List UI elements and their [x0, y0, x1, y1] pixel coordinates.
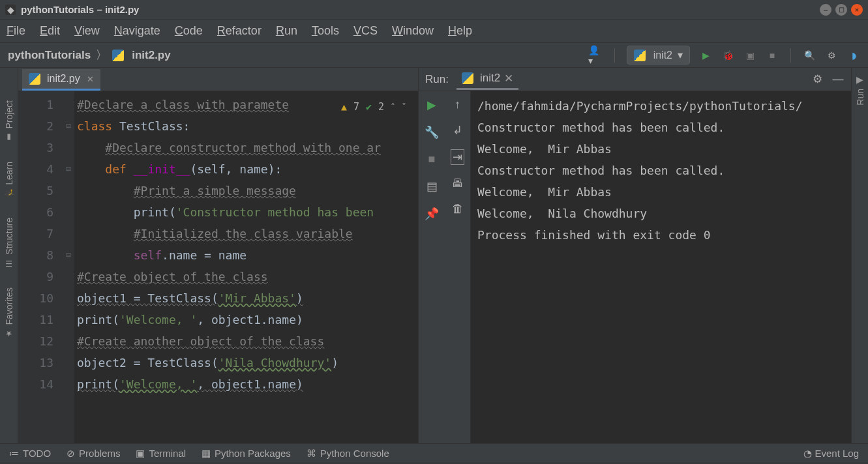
console-line: Constructor method has been called.	[477, 117, 845, 138]
fold-marker[interactable]	[63, 373, 74, 395]
fold-marker[interactable]	[63, 223, 74, 244]
code-line[interactable]: #Initialized the class variable	[77, 223, 418, 244]
bottom-tab-todo[interactable]: ≔TODO	[9, 448, 51, 459]
maximize-button[interactable]: ◻	[835, 4, 847, 16]
search-icon[interactable]: 🔍	[803, 49, 816, 62]
menu-help[interactable]: Help	[448, 24, 472, 38]
layout-icon[interactable]: ▤	[427, 179, 438, 194]
stop-button[interactable]: ■	[766, 49, 779, 62]
chevron-down-icon[interactable]: ˅	[402, 96, 406, 118]
code-line[interactable]: #Create another object of the class	[77, 330, 418, 352]
line-number: 3	[18, 137, 53, 158]
down-icon[interactable]: ↲	[453, 123, 462, 138]
event-log-button[interactable]: ◔ Event Log	[803, 448, 859, 459]
rerun-button[interactable]: ▶	[427, 98, 436, 112]
export-icon[interactable]: ⇥	[451, 149, 464, 165]
minimize-button[interactable]: –	[820, 4, 831, 16]
fold-marker[interactable]	[63, 94, 74, 115]
minimize-icon[interactable]: —	[831, 73, 845, 86]
bottom-tab-python-packages[interactable]: ▦Python Packages	[202, 448, 291, 459]
line-gutter: 1234567891011121314	[18, 91, 63, 443]
fold-marker[interactable]: ⊟	[63, 158, 74, 180]
stop-button[interactable]: ■	[428, 152, 436, 166]
code-line[interactable]: self.name = name	[77, 244, 418, 266]
side-tab-learn[interactable]: 🎓Learn	[4, 162, 14, 199]
code-line[interactable]: def __init__(self, name):	[77, 158, 418, 180]
debug-button[interactable]: 🐞	[721, 49, 734, 62]
bottom-tab-python-console[interactable]: ⌘Python Console	[307, 448, 389, 459]
menu-view[interactable]: View	[74, 24, 100, 38]
file-tab-init2[interactable]: init2.py ✕	[22, 69, 100, 91]
print-icon[interactable]: 🖶	[452, 177, 464, 190]
gear-icon[interactable]: ⚙	[811, 73, 824, 86]
code-line[interactable]: #Create object of the class	[77, 266, 418, 287]
menu-code[interactable]: Code	[175, 24, 203, 38]
fold-marker[interactable]: ⊟	[63, 115, 74, 137]
breadcrumb-project[interactable]: pythonTutorials	[8, 49, 91, 62]
fold-marker[interactable]	[63, 180, 74, 201]
fold-marker[interactable]	[63, 137, 74, 158]
user-icon[interactable]: 👤▾	[588, 48, 603, 63]
fold-marker[interactable]: ⊟	[63, 244, 74, 266]
code-line[interactable]: print('Welcome, ', object1.name)	[77, 373, 418, 395]
menu-refactor[interactable]: Refactor	[217, 24, 262, 38]
right-tool-tabs: ▶ Run	[851, 68, 868, 443]
code-line[interactable]: object1 = TestClass('Mir Abbas')	[77, 287, 418, 309]
line-number: 2	[18, 115, 53, 137]
code-editor[interactable]: 1234567891011121314 ⊟⊟⊟ #Declare a class…	[18, 91, 418, 443]
wrench-icon[interactable]: 🔧	[425, 125, 439, 139]
pin-icon[interactable]: 📌	[425, 207, 439, 221]
menu-run[interactable]: Run	[276, 24, 297, 38]
fold-marker[interactable]	[63, 266, 74, 287]
editor-inspection-widget[interactable]: ▲ 7 ✔ 2 ˄ ˅	[337, 95, 410, 119]
code-line[interactable]: print('Constructor method has been	[77, 201, 418, 223]
menu-window[interactable]: Window	[392, 24, 434, 38]
close-icon[interactable]: ✕	[87, 74, 94, 84]
menu-tools[interactable]: Tools	[312, 24, 339, 38]
code-line[interactable]: #Print a simple message	[77, 180, 418, 201]
line-number: 14	[18, 373, 53, 395]
expand-icon[interactable]: ▶	[856, 74, 863, 85]
console-output[interactable]: /home/fahmida/PycharmProjects/pythonTuto…	[471, 91, 851, 443]
code-line[interactable]: #Declare constructor method with one ar	[77, 137, 418, 158]
menu-edit[interactable]: Edit	[40, 24, 60, 38]
ide-features-icon[interactable]: ◗	[847, 49, 860, 62]
close-icon[interactable]: ✕	[504, 72, 513, 85]
menu-file[interactable]: File	[7, 24, 25, 38]
breadcrumb-file[interactable]: init2.py	[132, 49, 171, 62]
code-lines[interactable]: #Declare a class with parameteclass Test…	[74, 91, 418, 443]
fold-marker[interactable]	[63, 309, 74, 330]
run-tab-init2[interactable]: init2 ✕	[456, 69, 518, 90]
settings-icon[interactable]: ⚙	[825, 49, 838, 62]
run-config-selector[interactable]: init2 ▾	[627, 46, 690, 65]
breadcrumb-sep-icon: 〉	[96, 48, 107, 63]
editor-tabs: init2.py ✕	[18, 68, 418, 91]
side-tab-structure[interactable]: ☰Structure	[4, 218, 14, 268]
code-line[interactable]: object2 = TestClass('Nila Chowdhury')	[77, 352, 418, 373]
close-button[interactable]: ×	[851, 4, 863, 16]
side-tab-run[interactable]: Run	[855, 89, 865, 106]
menu-navigate[interactable]: Navigate	[114, 24, 160, 38]
breadcrumb[interactable]: pythonTutorials 〉 init2.py	[8, 48, 171, 63]
line-number: 8	[18, 244, 53, 266]
code-line[interactable]: print('Welcome, ', object1.name)	[77, 309, 418, 330]
up-icon[interactable]: ↑	[455, 98, 460, 111]
fold-marker[interactable]	[63, 352, 74, 373]
bottom-tab-problems[interactable]: ⊘Problems	[67, 448, 120, 459]
coverage-button[interactable]: ▣	[743, 49, 756, 62]
fold-marker[interactable]	[63, 201, 74, 223]
warning-icon: ▲	[341, 96, 347, 118]
fold-column[interactable]: ⊟⊟⊟	[63, 91, 74, 443]
run-button[interactable]: ▶	[699, 49, 712, 62]
console-line: Constructor method has been called.	[477, 160, 845, 181]
bottom-tab-terminal[interactable]: ▣Terminal	[136, 448, 186, 459]
left-tool-tabs: ▮Project🎓Learn☰Structure★Favorites	[0, 68, 18, 443]
side-tab-project[interactable]: ▮Project	[4, 100, 14, 142]
nav-toolbar: pythonTutorials 〉 init2.py 👤▾ init2 ▾ ▶ …	[0, 43, 868, 68]
chevron-up-icon[interactable]: ˄	[391, 96, 395, 118]
menu-vcs[interactable]: VCS	[353, 24, 378, 38]
trash-icon[interactable]: 🗑	[452, 202, 464, 216]
fold-marker[interactable]	[63, 330, 74, 352]
side-tab-favorites[interactable]: ★Favorites	[4, 287, 14, 338]
fold-marker[interactable]	[63, 287, 74, 309]
